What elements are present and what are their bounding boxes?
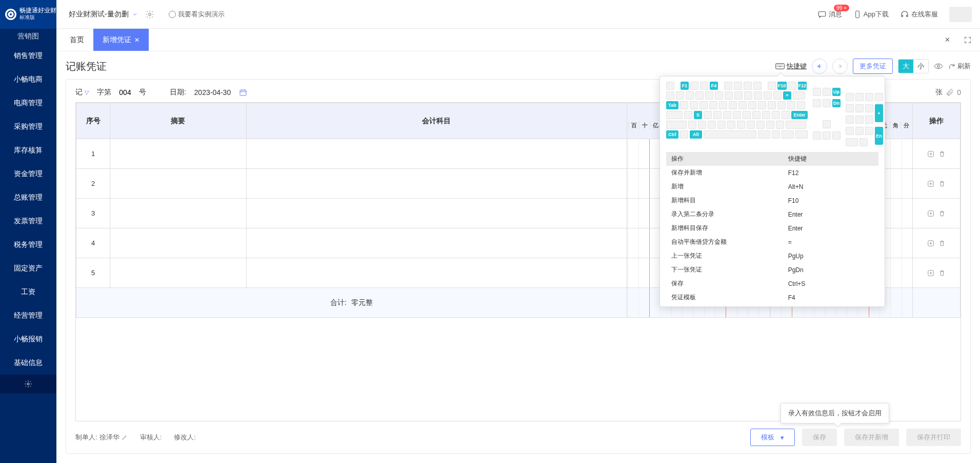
eye-icon (934, 63, 943, 70)
subject-cell[interactable] (246, 228, 627, 258)
sidebar-item[interactable]: 工资 (0, 280, 56, 304)
sidebar-item[interactable]: 税务管理 (0, 233, 56, 257)
col-summary: 摘要 (110, 103, 246, 139)
attachment-icon[interactable] (946, 88, 954, 97)
add-row-icon[interactable] (927, 150, 934, 158)
sc-op: 保存 (666, 277, 783, 291)
subject-cell[interactable] (246, 139, 627, 169)
size-small[interactable]: 小 (913, 60, 928, 73)
sidebar-item[interactable]: 采购管理 (0, 115, 56, 139)
delete-row-icon[interactable] (938, 150, 946, 158)
calendar-icon[interactable] (239, 88, 247, 97)
sidebar-item-label: 营销图 (17, 32, 39, 41)
sidebar-item[interactable]: 电商管理 (0, 91, 56, 115)
org-selector[interactable]: 好业财测试-量勿删 (69, 10, 138, 19)
summary-cell[interactable] (110, 258, 246, 288)
tab-new-voucher[interactable]: 新增凭证 ✕ (93, 29, 149, 51)
settings-icon[interactable] (145, 10, 154, 19)
sidebar-item[interactable]: 小畅电商 (0, 68, 56, 91)
key-equals: = (783, 91, 791, 100)
sidebar-item-label: 基础信息 (14, 358, 43, 368)
delete-row-icon[interactable] (938, 210, 946, 217)
sc-col-op: 操作 (666, 152, 783, 166)
sc-op: 新增 (666, 180, 783, 194)
sidebar-item[interactable]: 资金管理 (0, 162, 56, 186)
shortcut-button[interactable]: 快捷键 (775, 62, 807, 71)
add-row-icon[interactable] (927, 180, 934, 187)
size-big[interactable]: 大 (898, 60, 913, 73)
sidebar-item[interactable]: 经营管理 (0, 304, 56, 327)
key-alt: Alt (690, 130, 702, 139)
row-actions (913, 228, 961, 258)
key-enter: Enter (791, 111, 808, 119)
close-all-button[interactable]: ✕ (940, 33, 954, 47)
app-download-button[interactable]: App下载 (853, 10, 889, 19)
shortcut-row: 保存Ctrl+S (666, 277, 878, 291)
sidebar-item-label: 小畅电商 (14, 75, 43, 84)
sidebar-item[interactable]: 销售管理 (0, 44, 56, 68)
refresh-button[interactable]: 刷新 (948, 62, 971, 71)
voucher-date-input[interactable] (188, 88, 237, 97)
content-area: 记账凭证 快捷键 更多凭证 大 小 (56, 51, 980, 463)
tabs-bar: 首页 新增凭证 ✕ ✕ (56, 29, 980, 51)
edit-maker-icon[interactable] (122, 434, 128, 440)
shortcut-table: 操作 快捷键 保存并新增F12新增Alt+N新增科目F10录入第二条分录Ente… (666, 152, 878, 304)
tab-home[interactable]: 首页 (61, 29, 93, 51)
demo-link[interactable]: 我要看实例演示 (169, 10, 225, 19)
sidebar-item-label: 资金管理 (14, 169, 43, 179)
attach-label: 张 (935, 88, 943, 97)
refresh-icon (948, 63, 955, 70)
sidebar-item-label: 税务管理 (14, 240, 43, 249)
fullscreen-button[interactable] (961, 33, 975, 47)
delete-row-icon[interactable] (938, 180, 946, 187)
sidebar-item-label: 固定资产 (14, 264, 43, 273)
brand-name: 畅捷通好业财 (19, 7, 56, 14)
sidebar-item[interactable]: 基础信息 (0, 351, 56, 375)
support-button[interactable]: 在线客服 (900, 10, 938, 19)
add-row-icon[interactable] (927, 240, 934, 247)
summary-cell[interactable] (110, 199, 246, 228)
svg-point-7 (937, 65, 940, 68)
summary-cell[interactable] (110, 169, 246, 199)
subject-cell[interactable] (246, 199, 627, 228)
sc-op: 上一张凭证 (666, 249, 783, 263)
sidebar-item[interactable]: 小畅报销 (0, 327, 56, 351)
summary-cell[interactable] (110, 228, 246, 258)
shortcut-row: 新增科目保存Enter (666, 221, 878, 235)
row-actions (913, 169, 961, 199)
messages-button[interactable]: 消息 99 + (817, 10, 842, 19)
prev-voucher-button[interactable] (812, 59, 827, 74)
voucher-number-input[interactable] (113, 88, 137, 97)
sc-op: 录入第二条分录 (666, 207, 783, 221)
add-row-icon[interactable] (927, 210, 934, 217)
more-voucher-button[interactable]: 更多凭证 (853, 59, 893, 74)
sidebar-item[interactable]: 固定资产 (0, 257, 56, 280)
sidebar-item-label: 采购管理 (14, 122, 43, 131)
template-button[interactable]: 模板 ▾ (750, 429, 795, 446)
sidebar-item[interactable]: 库存核算 (0, 139, 56, 162)
subject-cell[interactable] (246, 258, 627, 288)
preview-button[interactable] (934, 63, 943, 70)
close-icon[interactable]: ✕ (134, 36, 139, 44)
sidebar-item[interactable]: 总账管理 (0, 186, 56, 209)
sc-key: F10 (783, 194, 878, 207)
logo-icon (5, 9, 16, 20)
delete-row-icon[interactable] (938, 269, 946, 277)
shortcut-popover: F1 F4 F10 F12 = Tab (659, 76, 885, 307)
sc-key: PgDn (783, 263, 878, 277)
sc-op: 下一张凭证 (666, 263, 783, 277)
shortcut-row: 保存并新增F12 (666, 166, 878, 180)
add-row-icon[interactable] (927, 269, 934, 277)
headset-icon (900, 10, 909, 19)
summary-cell[interactable] (110, 139, 246, 169)
messages-badge: 99 + (834, 5, 849, 11)
delete-row-icon[interactable] (938, 240, 946, 247)
subject-cell[interactable] (246, 169, 627, 199)
sidebar-settings[interactable] (0, 375, 56, 393)
voucher-type-select[interactable]: 记 ▽ (75, 88, 89, 97)
sidebar-item[interactable]: 营销图 (0, 29, 56, 44)
shortcut-row: 下一张凭证PgDn (666, 263, 878, 277)
user-avatar[interactable] (949, 7, 972, 22)
next-voucher-button (832, 59, 848, 74)
sidebar-item[interactable]: 发票管理 (0, 209, 56, 233)
